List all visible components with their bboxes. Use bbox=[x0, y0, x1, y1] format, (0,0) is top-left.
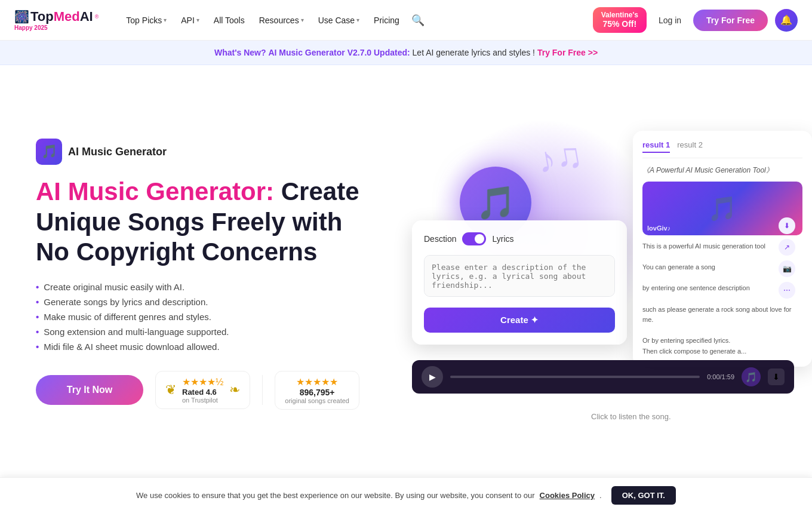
nav-right: Valentine's 75% Off! Log in Try For Free… bbox=[593, 7, 798, 33]
chevron-down-icon: ▾ bbox=[196, 17, 199, 23]
chevron-down-icon: ▾ bbox=[356, 17, 359, 23]
progress-bar[interactable] bbox=[450, 376, 700, 378]
whats-new-label: What's New? bbox=[214, 48, 266, 57]
cookie-consent-bar: We use cookies to ensure that you get th… bbox=[0, 477, 812, 492]
more-action-button[interactable]: ⋯ bbox=[779, 282, 795, 299]
login-button[interactable]: Log in bbox=[654, 12, 686, 29]
logo-happy-text: Happy 2025 bbox=[14, 24, 48, 31]
hero-visual: 🎵 ♪♫ Desction Lyrics Create ✦ result 1 r… bbox=[394, 101, 812, 429]
hero-left: 🎵 AI Music Generator AI Music Generator:… bbox=[36, 139, 370, 409]
hero-title: AI Music Generator: Create Unique Songs … bbox=[36, 177, 370, 267]
feature-item: Song extension and multi-language suppor… bbox=[36, 324, 370, 339]
product-icon: 🎵 bbox=[36, 139, 62, 165]
music-notes-decoration: ♪♫ bbox=[534, 133, 586, 182]
instagram-action-button[interactable]: 📷 bbox=[779, 260, 795, 277]
product-label: 🎵 AI Music Generator bbox=[36, 139, 370, 165]
valentine-promo-badge[interactable]: Valentine's 75% Off! bbox=[593, 7, 647, 33]
trust-platform: on Trustpilot bbox=[182, 397, 223, 404]
nav-item-resources[interactable]: Resources ▾ bbox=[253, 12, 310, 29]
divider bbox=[262, 375, 263, 405]
create-button[interactable]: Create ✦ bbox=[424, 308, 615, 333]
navbar: 🎆 TopMedAI ® Happy 2025 Top Picks ▾ API … bbox=[0, 0, 812, 41]
play-button[interactable]: ▶ bbox=[422, 366, 443, 388]
result-panel: result 1 result 2 《A Powerful AI Music G… bbox=[633, 131, 812, 367]
hero-right-visual: 🎵 ♪♫ Desction Lyrics Create ✦ result 1 r… bbox=[394, 101, 812, 429]
feature-item: Make music of different genres and style… bbox=[36, 309, 370, 324]
result-tab-2[interactable]: result 2 bbox=[677, 140, 703, 153]
nav-item-api[interactable]: API ▾ bbox=[175, 12, 205, 29]
result-tab-1[interactable]: result 1 bbox=[642, 140, 670, 153]
result-tabs: result 1 result 2 bbox=[642, 140, 802, 158]
trustpilot-box: ❦ ★★★★½ Rated 4.6 on Trustpilot ❧ bbox=[155, 371, 250, 409]
try-free-link[interactable]: Try For Free >> bbox=[537, 48, 598, 57]
click-to-listen-label: Click to listen the song. bbox=[591, 412, 671, 421]
cookie-period: . bbox=[599, 491, 602, 492]
cookies-policy-link[interactable]: Cookies Policy bbox=[540, 491, 595, 492]
try-now-button[interactable]: Try It Now bbox=[36, 375, 143, 405]
cookie-ok-button[interactable]: OK, GOT IT. bbox=[611, 486, 676, 492]
search-button[interactable]: 🔍 bbox=[408, 10, 428, 30]
songs-stars: ★★★★★ bbox=[296, 376, 338, 388]
toggle-switch[interactable] bbox=[462, 232, 486, 245]
trust-stars: ★★★★½ bbox=[182, 376, 223, 388]
feature-item: Generate songs by lyrics and description… bbox=[36, 294, 370, 309]
try-free-button[interactable]: Try For Free bbox=[693, 10, 768, 31]
nav-item-pricing[interactable]: Pricing bbox=[368, 12, 405, 29]
feature-item: Midi file & AI sheet music download allo… bbox=[36, 339, 370, 354]
download-action-button[interactable]: ⬇ bbox=[779, 217, 795, 234]
share-action-button[interactable]: ↗ bbox=[779, 239, 795, 256]
logo-text: TopMedAI bbox=[30, 9, 93, 24]
songs-count: 896,795+ bbox=[300, 388, 335, 397]
ui-mockup-card: Desction Lyrics Create ✦ bbox=[412, 220, 627, 345]
laurel-right-icon: ❧ bbox=[229, 382, 240, 398]
hero-actions: Try It Now ❦ ★★★★½ Rated 4.6 on Trustpil… bbox=[36, 371, 370, 410]
notification-button[interactable]: 🔔 bbox=[775, 9, 798, 32]
result-title: 《A Powerful AI Music Generation Tool》 bbox=[642, 165, 802, 176]
result-img-label: lovGiv♪ bbox=[647, 225, 670, 232]
play-icon: ▶ bbox=[429, 372, 436, 382]
nav-links: Top Picks ▾ API ▾ All Tools Resources ▾ … bbox=[120, 10, 428, 30]
time-label: 0:00/1:59 bbox=[707, 373, 734, 380]
chevron-down-icon: ▾ bbox=[164, 17, 167, 23]
ui-toggle-row: Desction Lyrics bbox=[424, 232, 615, 245]
trust-rated: Rated 4.6 bbox=[182, 388, 223, 397]
nav-item-use-case[interactable]: Use Case ▾ bbox=[312, 12, 365, 29]
hero-section: 🎵 AI Music Generator AI Music Generator:… bbox=[0, 65, 812, 471]
logo-registered-icon: ® bbox=[95, 14, 99, 20]
player-avatar: 🎵 bbox=[742, 367, 761, 386]
result-action-buttons: ⬇ ↗ 📷 ⋯ bbox=[779, 217, 795, 299]
announcement-bar: What's New? AI Music Generator V2.7.0 Up… bbox=[0, 41, 812, 65]
laurel-left-icon: ❦ bbox=[165, 382, 176, 398]
download-button[interactable]: ⬇ bbox=[768, 368, 785, 385]
logo-firework-icon: 🎆 bbox=[14, 10, 29, 24]
feature-list: Create original music easily with AI. Ge… bbox=[36, 279, 370, 354]
logo[interactable]: 🎆 TopMedAI ® Happy 2025 bbox=[14, 9, 99, 31]
chevron-down-icon: ▾ bbox=[301, 17, 304, 23]
cookie-text: We use cookies to ensure that you get th… bbox=[136, 491, 535, 492]
announce-text: Let AI generate lyrics and styles ! bbox=[413, 48, 537, 57]
songs-sub: original songs created bbox=[285, 397, 349, 404]
songs-count-box: ★★★★★ 896,795+ original songs created bbox=[275, 371, 359, 410]
product-name: AI Music Generator bbox=[68, 146, 167, 158]
audio-player: ▶ 0:00/1:59 🎵 ⬇ bbox=[412, 360, 794, 394]
nav-item-all-tools[interactable]: All Tools bbox=[208, 12, 251, 29]
feature-item: Create original music easily with AI. bbox=[36, 279, 370, 294]
nav-item-top-picks[interactable]: Top Picks ▾ bbox=[120, 12, 173, 29]
update-highlight: AI Music Generator V2.7.0 Updated: bbox=[268, 48, 410, 57]
bell-icon: 🔔 bbox=[780, 14, 792, 26]
description-textarea[interactable] bbox=[424, 255, 615, 297]
